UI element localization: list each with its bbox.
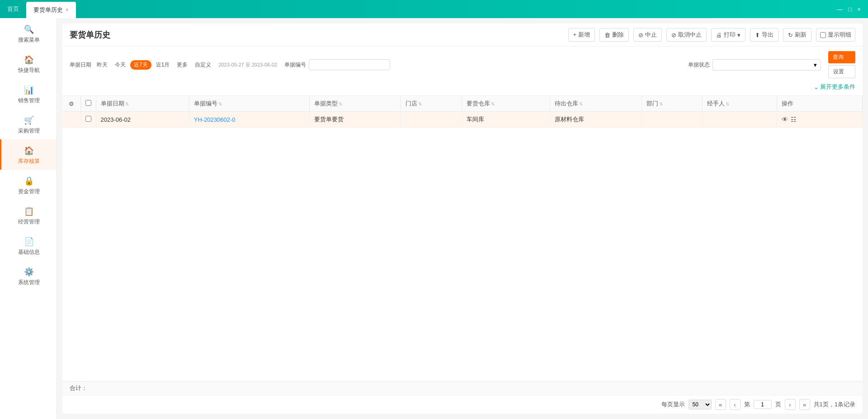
page-label: 第 bbox=[744, 400, 750, 409]
handler-sort-icon: ⇅ bbox=[726, 101, 729, 106]
handler-col-header[interactable]: 经手人⇅ bbox=[703, 96, 777, 112]
bill-number-input[interactable] bbox=[309, 59, 390, 70]
row-date-cell: 2023-06-02 bbox=[96, 112, 189, 128]
date-filter-buttons: 昨天 今天 近7天 近1月 更多 自定义 bbox=[94, 60, 214, 70]
wait-warehouse-sort-icon: ⇅ bbox=[579, 101, 583, 106]
row-checkbox[interactable] bbox=[85, 116, 91, 122]
sidebar-item-label: 基础信息 bbox=[18, 248, 40, 256]
date-btn-today[interactable]: 今天 bbox=[112, 60, 128, 70]
date-btn-custom[interactable]: 自定义 bbox=[192, 60, 214, 70]
sidebar-item-label: 系统管理 bbox=[18, 279, 40, 286]
row-req-warehouse-cell: 车间库 bbox=[462, 112, 550, 128]
bill-type-col-header[interactable]: 单据类型⇅ bbox=[309, 96, 401, 112]
sidebar-item-label: 库存核算 bbox=[18, 157, 40, 165]
tab-close-icon[interactable]: × bbox=[66, 7, 69, 13]
sidebar-item-purchase[interactable]: 🛒 采购管理 bbox=[0, 109, 57, 139]
settings-button[interactable]: 设置 bbox=[828, 65, 855, 78]
store-sort-icon: ⇅ bbox=[418, 101, 422, 106]
sidebar-item-operations[interactable]: 📋 经营管理 bbox=[0, 200, 57, 230]
sidebar-item-basic-info[interactable]: 📄 基础信息 bbox=[0, 230, 57, 261]
filter-row: 单据日期 昨天 今天 近7天 近1月 更多 自定义 2023-05-27 至 2… bbox=[70, 51, 855, 78]
cancel-stop-icon: ⊘ bbox=[671, 32, 676, 38]
window-maximize-icon[interactable]: □ bbox=[849, 6, 852, 13]
row-checkbox-cell[interactable] bbox=[80, 112, 96, 128]
show-detail-button[interactable]: 显示明细 bbox=[816, 28, 855, 42]
store-col-header[interactable]: 门店⇅ bbox=[401, 96, 462, 112]
page-input[interactable] bbox=[754, 400, 772, 409]
row-view-icon[interactable]: 👁 bbox=[782, 116, 788, 123]
stop-icon: ⊘ bbox=[638, 32, 643, 38]
bill-no-col-header[interactable]: 单据编号⇅ bbox=[189, 96, 309, 112]
sidebar-item-search-menu[interactable]: 🔍 搜索菜单 bbox=[0, 18, 57, 48]
page-header: 要货单历史 + 新增 🗑 删除 ⊘ 中止 ⊘ 取消中止 bbox=[62, 24, 863, 47]
date-filter-item: 单据日期 昨天 今天 近7天 近1月 更多 自定义 2023-05-27 至 2… bbox=[70, 60, 277, 70]
sidebar-item-sales[interactable]: 📊 销售管理 bbox=[0, 79, 57, 109]
settings-col-header[interactable]: ⚙ bbox=[62, 96, 80, 112]
purchase-icon: 🛒 bbox=[24, 115, 34, 125]
sidebar-item-finance[interactable]: 🔒 资金管理 bbox=[0, 170, 57, 200]
row-action-icons: 👁 ☷ bbox=[782, 116, 858, 123]
sidebar-item-label: 销售管理 bbox=[18, 97, 40, 105]
page-card: 要货单历史 + 新增 🗑 删除 ⊘ 中止 ⊘ 取消中止 bbox=[62, 24, 863, 414]
show-detail-checkbox[interactable] bbox=[820, 32, 826, 38]
row-store-cell bbox=[401, 112, 462, 128]
finance-icon: 🔒 bbox=[24, 176, 34, 186]
refresh-button[interactable]: ↻ 刷新 bbox=[783, 28, 811, 42]
window-minimize-icon[interactable]: — bbox=[837, 6, 843, 13]
tab-home[interactable]: 首页 bbox=[0, 0, 26, 18]
print-button[interactable]: 🖨 打印 ▾ bbox=[711, 28, 745, 42]
next-page-button[interactable]: › bbox=[785, 399, 796, 410]
date-btn-1month[interactable]: 近1月 bbox=[153, 60, 173, 70]
query-button[interactable]: 查询 bbox=[828, 51, 855, 63]
delete-icon: 🗑 bbox=[604, 32, 610, 38]
export-button[interactable]: ⬆ 导出 bbox=[750, 28, 778, 42]
page-unit: 页 bbox=[775, 400, 781, 409]
refresh-icon: ↻ bbox=[788, 32, 793, 38]
req-warehouse-col-header[interactable]: 要货仓库⇅ bbox=[462, 96, 550, 112]
expand-more-btn[interactable]: ⌄ 展开更多条件 bbox=[814, 83, 855, 91]
total-info: 共1页，1条记录 bbox=[814, 400, 855, 409]
row-wait-warehouse-cell: 原材料仓库 bbox=[550, 112, 642, 128]
cancel-stop-button[interactable]: ⊘ 取消中止 bbox=[666, 28, 707, 42]
sidebar-item-label: 搜索菜单 bbox=[18, 36, 40, 44]
delete-button[interactable]: 🗑 删除 bbox=[599, 28, 629, 42]
sidebar-item-quick-nav[interactable]: 🏠 快捷导航 bbox=[0, 48, 57, 79]
date-btn-more[interactable]: 更多 bbox=[174, 60, 190, 70]
stop-button[interactable]: ⊘ 中止 bbox=[633, 28, 662, 42]
select-all-checkbox[interactable] bbox=[85, 100, 91, 106]
last-page-button[interactable]: » bbox=[799, 399, 810, 410]
main-layout: 🔍 搜索菜单 🏠 快捷导航 📊 销售管理 🛒 采购管理 🏠 库存核算 🔒 资金管… bbox=[0, 18, 868, 419]
row-edit-icon[interactable]: ☷ bbox=[791, 116, 797, 123]
bill-status-select[interactable]: ▾ bbox=[712, 59, 821, 71]
new-button[interactable]: + 新增 bbox=[568, 28, 595, 42]
date-btn-7days[interactable]: 近7天 bbox=[130, 60, 151, 70]
header-actions: + 新增 🗑 删除 ⊘ 中止 ⊘ 取消中止 🖨 bbox=[568, 28, 855, 42]
bill-status-dropdown-icon: ▾ bbox=[814, 62, 817, 68]
dept-col-header[interactable]: 部门⇅ bbox=[642, 96, 703, 112]
row-gear-cell bbox=[62, 112, 80, 128]
bill-type-sort-icon: ⇅ bbox=[339, 101, 342, 106]
date-btn-yesterday[interactable]: 昨天 bbox=[94, 60, 110, 70]
sidebar-item-system[interactable]: ⚙️ 系统管理 bbox=[0, 261, 57, 291]
bill-status-filter-item: 单据状态 ▾ bbox=[688, 59, 821, 71]
first-page-button[interactable]: « bbox=[715, 399, 726, 410]
sidebar-item-inventory[interactable]: 🏠 库存核算 bbox=[0, 139, 57, 170]
prev-page-button[interactable]: ‹ bbox=[730, 399, 741, 410]
row-handler-cell bbox=[703, 112, 777, 128]
row-bill-no-link[interactable]: YH-20230602-0 bbox=[194, 116, 236, 123]
row-bill-type-cell: 要货单要货 bbox=[309, 112, 401, 128]
bill-no-sort-icon: ⇅ bbox=[218, 101, 222, 106]
sidebar-item-label: 经营管理 bbox=[18, 218, 40, 226]
wait-warehouse-col-header[interactable]: 待出仓库⇅ bbox=[550, 96, 642, 112]
row-dept-cell bbox=[642, 112, 703, 128]
bill-status-label: 单据状态 bbox=[688, 61, 710, 69]
date-col-header[interactable]: 单据日期⇅ bbox=[96, 96, 189, 112]
table-container: ⚙ 单据日期⇅ 单据编号⇅ 单据类型⇅ bbox=[62, 96, 863, 381]
checkbox-col-header[interactable] bbox=[80, 96, 96, 112]
actions-col-header: 操作 bbox=[777, 96, 863, 112]
tab-yh-history[interactable]: 要货单历史 × bbox=[26, 2, 76, 18]
quick-nav-icon: 🏠 bbox=[24, 55, 34, 65]
operations-icon: 📋 bbox=[24, 206, 34, 216]
per-page-select[interactable]: 50 100 200 bbox=[689, 400, 712, 409]
window-close-icon[interactable]: × bbox=[857, 6, 861, 13]
